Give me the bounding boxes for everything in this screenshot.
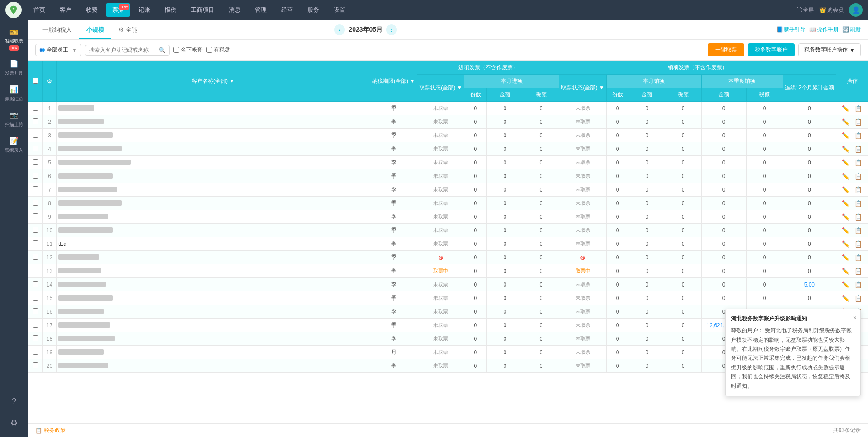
search-icon[interactable]: 🔍 [159, 47, 165, 53]
row-checkbox[interactable] [33, 268, 38, 273]
row-checkbox[interactable] [33, 213, 38, 219]
row-checkbox[interactable] [33, 173, 38, 179]
row-checkbox[interactable] [33, 132, 38, 138]
row-checkbox[interactable] [33, 159, 38, 165]
row-checkbox[interactable] [33, 146, 38, 151]
tab-general-taxpayer[interactable]: 一般纳税人 [35, 21, 79, 39]
cumulative-value[interactable]: 5.00 [804, 282, 815, 288]
row-checkbox[interactable] [33, 105, 38, 111]
copy-btn[interactable]: 📋 [853, 185, 864, 194]
copy-btn[interactable]: 📋 [853, 172, 864, 181]
tax-account-btn[interactable]: 税务数字账户 [748, 43, 795, 56]
user-avatar[interactable]: 👤 [849, 3, 863, 17]
row-checkbox[interactable] [33, 281, 38, 287]
manual-link[interactable]: 📖操作手册 [809, 26, 839, 33]
edit-btn[interactable]: ✏️ [840, 145, 851, 154]
new-guide-link[interactable]: 📘新手引导 [776, 26, 806, 33]
copy-btn[interactable]: 📋 [853, 199, 864, 208]
row-number: 6 [43, 169, 57, 183]
out-amount-cell: 0 [629, 183, 665, 197]
copy-btn[interactable]: 📋 [853, 253, 864, 262]
row-checkbox[interactable] [33, 322, 38, 328]
copy-btn[interactable]: 📋 [853, 145, 864, 154]
row-checkbox[interactable] [33, 335, 38, 341]
ledger-checkbox-label[interactable]: 名下帐套 [173, 46, 203, 54]
copy-btn[interactable]: 📋 [853, 212, 864, 221]
edit-btn[interactable]: ✏️ [840, 294, 851, 303]
edit-btn[interactable]: ✏️ [840, 212, 851, 221]
edit-btn[interactable]: ✏️ [840, 158, 851, 167]
row-checkbox[interactable] [33, 227, 38, 233]
tab-small-scale[interactable]: 小规模 [79, 21, 111, 39]
period-next-btn[interactable]: › [386, 24, 397, 35]
nav-fee[interactable]: 收费 [80, 3, 104, 17]
edit-btn[interactable]: ✏️ [840, 199, 851, 208]
edit-btn[interactable]: ✏️ [840, 172, 851, 181]
copy-btn[interactable]: 📋 [853, 104, 864, 113]
row-checkbox[interactable] [33, 349, 38, 355]
select-all-checkbox[interactable] [33, 78, 38, 84]
edit-btn[interactable]: ✏️ [840, 104, 851, 113]
copy-btn[interactable]: 📋 [853, 117, 864, 127]
sidebar-item-invoice-issue[interactable]: 📄 发票开具 [1, 55, 27, 80]
table-row: 9 季未取票000未取票000000 ✏️ 📋 [28, 210, 868, 224]
refresh-link[interactable]: 🔄刷新 [842, 26, 861, 33]
employee-select[interactable]: 👥 全部员工 ▼ [35, 44, 81, 56]
edit-btn[interactable]: ✏️ [840, 226, 851, 235]
nav-customer[interactable]: 客户 [53, 3, 78, 17]
nav-business[interactable]: 工商项目 [184, 3, 221, 17]
row-checkbox[interactable] [33, 254, 38, 260]
nav-service[interactable]: 服务 [301, 3, 326, 17]
copy-btn[interactable]: 📋 [853, 158, 864, 167]
fetch-ticket-btn[interactable]: 一键取票 [708, 43, 744, 56]
sidebar-help[interactable]: ? [1, 393, 27, 410]
row-checkbox[interactable] [33, 295, 38, 301]
nav-settings[interactable]: 设置 [327, 3, 352, 17]
nav-operation[interactable]: 经营 [275, 3, 299, 17]
row-checkbox[interactable] [33, 240, 38, 246]
ledger-checkbox[interactable] [173, 47, 179, 53]
vip-btn[interactable]: 👑 购会员 [819, 6, 844, 14]
edit-btn[interactable]: ✏️ [840, 185, 851, 194]
nav-home[interactable]: 首页 [27, 3, 52, 17]
period-prev-btn[interactable]: ‹ [334, 24, 345, 35]
tab-all[interactable]: ⚙ 全能 [111, 21, 145, 39]
edit-btn[interactable]: ✏️ [840, 253, 851, 262]
edit-btn[interactable]: ✏️ [840, 117, 851, 127]
sidebar-item-entry[interactable]: 📝 票据录入 [1, 132, 27, 157]
tax-disk-checkbox-label[interactable]: 有税盘 [206, 46, 230, 54]
nav-accounting[interactable]: 记账 [132, 3, 156, 17]
sidebar-item-scan[interactable]: 📷 扫描上传 [1, 107, 27, 132]
copy-btn[interactable]: 📋 [853, 267, 864, 276]
edit-btn[interactable]: ✏️ [840, 240, 851, 249]
edit-btn[interactable]: ✏️ [840, 280, 851, 289]
nav-manage[interactable]: 管理 [249, 3, 273, 17]
fetch-status-in-cell: 未取票 [417, 305, 464, 319]
nav-tax[interactable]: 报税 [158, 3, 183, 17]
status-out-text: 未取票 [576, 227, 590, 233]
tax-account-ops-btn[interactable]: 税务数字账户操作 ▼ [798, 43, 861, 56]
quarterly-amount-cell: 0 [701, 156, 746, 169]
row-checkbox[interactable] [33, 186, 38, 192]
fullscreen-btn[interactable]: ⛶ 全屏 [796, 6, 814, 14]
copy-btn[interactable]: 📋 [853, 131, 864, 140]
nav-invoice[interactable]: 票据 new [106, 3, 130, 17]
row-checkbox[interactable] [33, 308, 38, 314]
row-checkbox[interactable] [33, 362, 38, 368]
row-checkbox[interactable] [33, 200, 38, 206]
notification-close-btn[interactable]: × [853, 313, 857, 323]
copy-btn[interactable]: 📋 [853, 226, 864, 235]
tax-policy-link[interactable]: 📋 税务政策 [35, 427, 66, 434]
sidebar-item-summary[interactable]: 📊 票据汇总 [1, 81, 27, 106]
sidebar-settings-bottom[interactable]: ⚙ [1, 414, 27, 432]
edit-btn[interactable]: ✏️ [840, 267, 851, 276]
tax-disk-checkbox[interactable] [206, 47, 212, 53]
row-checkbox[interactable] [33, 118, 38, 124]
nav-message[interactable]: 消息 [222, 3, 247, 17]
copy-btn[interactable]: 📋 [853, 240, 864, 249]
copy-btn[interactable]: 📋 [853, 280, 864, 289]
sidebar-item-smart-fetch[interactable]: 🎫 智能取票 new [1, 23, 27, 54]
search-input[interactable] [89, 47, 157, 53]
edit-btn[interactable]: ✏️ [840, 131, 851, 140]
copy-btn[interactable]: 📋 [853, 294, 864, 303]
